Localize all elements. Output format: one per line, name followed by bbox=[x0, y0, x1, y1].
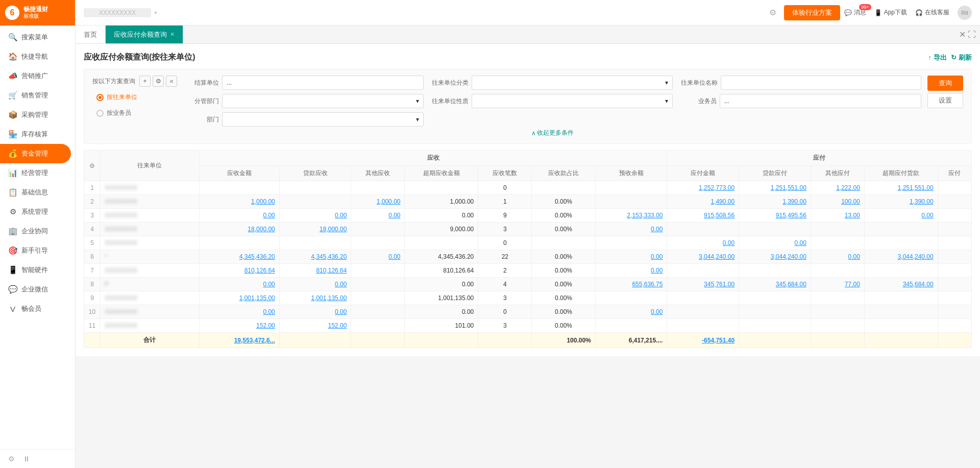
table-cell[interactable]: 0.00 bbox=[279, 209, 351, 223]
table-cell[interactable]: 2,153,333.00 bbox=[595, 209, 667, 223]
table-cell[interactable]: 810,126.64 bbox=[279, 264, 351, 278]
settings-icon[interactable]: ⚙ bbox=[8, 455, 15, 463]
table-cell[interactable]: 1,251,551.00 bbox=[864, 181, 938, 195]
table-cell[interactable]: 1,000.00 bbox=[199, 195, 279, 209]
tab-maximize-icon[interactable]: ⛶ bbox=[968, 30, 976, 39]
table-cell[interactable]: 0.00 bbox=[595, 250, 667, 264]
sidebar-item-sales[interactable]: 🛒销售管理 bbox=[0, 86, 75, 105]
table-cell[interactable]: 0.00 bbox=[199, 305, 279, 319]
promo-button[interactable]: 体验行业方案 bbox=[784, 5, 840, 20]
sidebar-item-hardware[interactable]: 📱智能硬件 bbox=[0, 260, 75, 280]
table-cell[interactable]: 3,044,240.00 bbox=[739, 250, 811, 264]
query-button[interactable]: 查询 bbox=[927, 76, 963, 91]
table-cell[interactable]: 1,222.00 bbox=[811, 181, 864, 195]
add-scheme-btn[interactable]: + bbox=[139, 76, 151, 87]
table-cell[interactable]: 0.00 bbox=[811, 250, 864, 264]
sidebar-item-wechat[interactable]: 💬企业微信 bbox=[0, 280, 75, 299]
table-cell[interactable]: 100.00 bbox=[811, 195, 864, 209]
table-cell: 0.00 bbox=[405, 278, 478, 291]
table-cell[interactable]: 345,761.00 bbox=[667, 278, 739, 291]
topbar-settings-icon[interactable]: ⚙ bbox=[766, 6, 780, 20]
messages-btn[interactable]: 💬 消息 99+ bbox=[844, 8, 866, 17]
tab-close-icon[interactable]: ✕ bbox=[170, 31, 175, 38]
sidebar-item-corp[interactable]: 🏢企业协同 bbox=[0, 221, 75, 241]
table-cell[interactable]: 810,126.64 bbox=[199, 264, 279, 278]
table-cell[interactable]: 1,490.00 bbox=[667, 195, 739, 209]
table-cell[interactable]: 18,000.00 bbox=[199, 223, 279, 236]
input-salesman[interactable]: ... bbox=[720, 94, 921, 108]
sidebar-item-purchase[interactable]: 📦采购管理 bbox=[0, 105, 75, 125]
online-service-btn[interactable]: 🎧 在线客服 bbox=[915, 8, 949, 17]
table-cell[interactable]: 0.00 bbox=[595, 264, 667, 278]
table-cell[interactable]: 152.00 bbox=[199, 319, 279, 333]
sidebar-item-finance[interactable]: 💰资金管理 bbox=[0, 144, 71, 163]
table-cell[interactable]: 915,495.56 bbox=[739, 209, 811, 223]
pause-icon[interactable]: ⏸ bbox=[23, 455, 30, 463]
option-by-salesman[interactable]: 按业务员 bbox=[92, 107, 177, 119]
input-unit-name[interactable] bbox=[721, 76, 921, 90]
table-cell[interactable]: 0.00 bbox=[595, 223, 667, 236]
sidebar-item-operations[interactable]: 📊经营管理 bbox=[0, 163, 75, 183]
th-ap-loan: 贷款应付 bbox=[739, 166, 811, 181]
table-cell: 4,345,436.20 bbox=[405, 250, 478, 264]
table-cell bbox=[351, 278, 405, 291]
refresh-button[interactable]: ↻ 刷新 bbox=[951, 53, 972, 62]
table-cell[interactable]: 655,636.75 bbox=[595, 278, 667, 291]
tab-close-window-icon[interactable]: ✕ bbox=[959, 30, 966, 39]
sidebar-item-quick[interactable]: 🏠快捷导航 bbox=[0, 47, 75, 66]
table-cell[interactable]: 0.00 bbox=[864, 209, 938, 223]
table-cell[interactable]: 152.00 bbox=[279, 319, 351, 333]
option-by-unit[interactable]: 按往来单位 bbox=[92, 91, 177, 104]
sidebar-item-marketing[interactable]: 📣营销推广 bbox=[0, 66, 75, 86]
settings-button[interactable]: 设置 bbox=[927, 93, 963, 108]
table-cell[interactable]: 3,044,240.00 bbox=[667, 250, 739, 264]
app-download-btn[interactable]: 📱 App下载 bbox=[874, 8, 907, 17]
sidebar-item-search[interactable]: 🔍搜索菜单 bbox=[0, 28, 75, 47]
table-cell[interactable]: 0.00 bbox=[199, 209, 279, 223]
vip-icon: V bbox=[8, 304, 17, 313]
input-unit-category[interactable]: ▾ bbox=[472, 76, 672, 90]
collapse-btn-text[interactable]: ∧ 收起更多条件 bbox=[183, 129, 921, 137]
table-cell[interactable]: 345,684.00 bbox=[864, 278, 938, 291]
table-cell[interactable]: 1,251,551.00 bbox=[739, 181, 811, 195]
table-row: 9XXXXXXXX1,001,135.001,001,135.001,001,1… bbox=[84, 291, 972, 305]
table-cell[interactable]: 1,001,135.00 bbox=[199, 291, 279, 305]
user-avatar[interactable]: Rit bbox=[958, 6, 972, 20]
sidebar-item-inventory[interactable]: 🏪库存核算 bbox=[0, 125, 75, 144]
table-cell[interactable]: 18,000.00 bbox=[279, 223, 351, 236]
table-cell[interactable]: 0.00 bbox=[279, 278, 351, 291]
table-cell[interactable]: 4,345,436.20 bbox=[199, 250, 279, 264]
edit-scheme-btn[interactable]: ⚙ bbox=[153, 76, 164, 87]
table-cell[interactable]: 13.00 bbox=[811, 209, 864, 223]
table-cell[interactable]: 915,508.56 bbox=[667, 209, 739, 223]
table-cell[interactable]: 0.00 bbox=[279, 305, 351, 319]
input-division[interactable]: ▾ bbox=[222, 94, 424, 108]
table-cell[interactable]: 1,001,135.00 bbox=[279, 291, 351, 305]
sidebar-item-vip[interactable]: V畅会员 bbox=[0, 299, 75, 318]
table-cell[interactable]: 1,000.00 bbox=[351, 195, 405, 209]
sidebar-item-guide[interactable]: 🎯新手引导 bbox=[0, 241, 75, 260]
table-settings-icon[interactable]: ⚙ bbox=[88, 162, 96, 169]
table-cell[interactable]: 0.00 bbox=[595, 305, 667, 319]
table-cell[interactable]: 4,345,436.20 bbox=[279, 250, 351, 264]
table-cell[interactable]: 77.00 bbox=[811, 278, 864, 291]
input-department[interactable]: ▾ bbox=[222, 112, 424, 127]
table-cell[interactable]: 0.00 bbox=[351, 209, 405, 223]
tab-query[interactable]: 应收应付余额查询 ✕ bbox=[106, 26, 183, 43]
export-button[interactable]: ↑ 导出 bbox=[928, 53, 947, 62]
sidebar-item-basic[interactable]: 📋基础信息 bbox=[0, 183, 75, 202]
input-unit-nature[interactable]: ▾ bbox=[472, 94, 672, 108]
table-cell[interactable]: 345,684.00 bbox=[739, 278, 811, 291]
table-cell[interactable]: 1,390.00 bbox=[739, 195, 811, 209]
input-settlement[interactable]: ... bbox=[222, 76, 424, 90]
sidebar-item-system[interactable]: ⚙系统管理 bbox=[0, 202, 75, 221]
table-cell[interactable]: 3,044,240.00 bbox=[864, 250, 938, 264]
table-cell[interactable]: 1,252,773.00 bbox=[667, 181, 739, 195]
table-cell[interactable]: 0.00 bbox=[199, 278, 279, 291]
table-cell[interactable]: 0.00 bbox=[351, 250, 405, 264]
tab-home[interactable]: 首页 bbox=[76, 26, 106, 43]
table-cell[interactable]: 0.00 bbox=[739, 236, 811, 250]
table-cell[interactable]: 0.00 bbox=[667, 236, 739, 250]
collapse-scheme-btn[interactable]: « bbox=[166, 76, 177, 87]
table-cell[interactable]: 1,390.00 bbox=[864, 195, 938, 209]
